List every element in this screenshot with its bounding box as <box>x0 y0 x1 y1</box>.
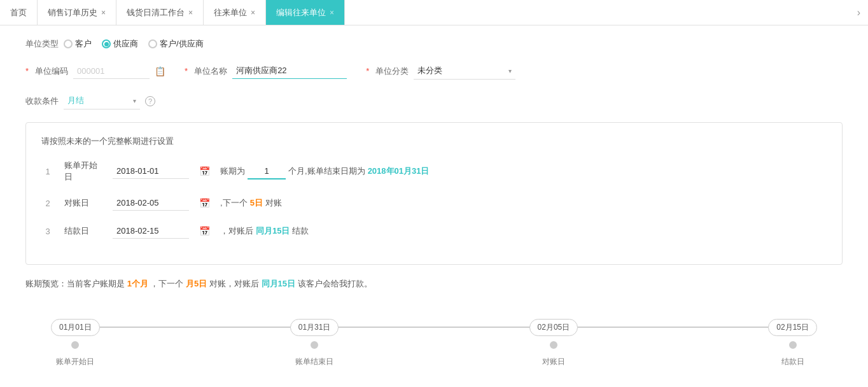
tab-partners[interactable]: 往来单位 × <box>204 0 266 25</box>
tab-partners-close[interactable]: × <box>251 8 255 17</box>
tab-cashflow-label: 钱货日清工作台 <box>127 7 185 18</box>
payment-group: 收款条件 月结 ▾ ? <box>25 92 155 109</box>
tab-edit-partner-close[interactable]: × <box>330 8 334 17</box>
tab-home[interactable]: 首页 <box>0 0 38 25</box>
radio-both-label: 客户/供应商 <box>160 38 204 50</box>
row-label-2: 对账日 <box>64 197 102 209</box>
node-pill-1: 01月31日 <box>290 319 339 336</box>
payment-prefix: ，对账后 <box>220 225 253 237</box>
code-group: * 单位编码 📋 <box>25 64 165 79</box>
cat-value: 未分类 <box>417 65 505 76</box>
preview-prefix: 账期预览：当前客户账期是 <box>25 279 125 288</box>
row-desc-1: 账期为 个月,账单结束日期为 2018年01月31日 <box>220 164 429 179</box>
payment-cal-icon[interactable]: 📅 <box>199 226 210 236</box>
tab-sales-history-label: 销售订单历史 <box>48 7 97 18</box>
tab-sales-history[interactable]: 销售订单历史 × <box>38 0 116 25</box>
name-label: 单位名称 <box>194 66 227 77</box>
node-dot-3 <box>789 341 797 349</box>
period-num-input[interactable] <box>248 164 286 179</box>
radio-both-circle <box>148 39 157 48</box>
cat-chevron-icon: ▾ <box>508 67 512 74</box>
period-section: 请按照未来的一个完整帐期进行设置 1 账单开始日 📅 账期为 个月,账单结束日期… <box>25 122 843 265</box>
node-pill-3: 02月15日 <box>768 319 817 336</box>
row-label-3: 结款日 <box>64 225 102 237</box>
row-num-1: 1 <box>41 167 54 176</box>
section-title: 请按照未来的一个完整帐期进行设置 <box>41 136 827 147</box>
radio-supplier-label: 供应商 <box>113 38 138 50</box>
radio-customer[interactable]: 客户 <box>64 38 92 50</box>
payment-label: 收款条件 <box>25 95 59 107</box>
name-star: * <box>185 66 188 76</box>
period-end-date: 2018年01月31日 <box>368 165 430 177</box>
timeline-node-1: 01月31日 账单结束日 <box>290 319 339 367</box>
payment-date-input[interactable] <box>113 223 189 239</box>
timeline-node-2: 02月05日 对账日 <box>529 319 578 367</box>
radio-customer-label: 客户 <box>75 38 92 50</box>
period-suffix: 个月,账单结束日期为 <box>288 165 365 177</box>
code-name-row: * 单位编码 📋 * 单位名称 * 单位分类 未分类 ▾ <box>25 62 843 80</box>
tab-cashflow-close[interactable]: × <box>188 8 193 17</box>
node-pill-0: 01月01日 <box>51 319 100 336</box>
recon-prefix: ,下一个 <box>220 197 248 209</box>
node-label-0: 账单开始日 <box>56 356 94 367</box>
row-desc-2: ,下一个 5日 对账 <box>220 197 282 209</box>
timeline-node-3: 02月15日 结款日 <box>768 319 817 367</box>
payment-row: 收款条件 月结 ▾ ? <box>25 92 843 109</box>
tab-bar: 首页 销售订单历史 × 钱货日清工作台 × 往来单位 × 编辑往来单位 × › <box>0 0 868 25</box>
cat-star: * <box>366 66 369 76</box>
node-dot-1 <box>311 341 318 349</box>
preview-suffix: 该客户会给我打款。 <box>298 279 372 288</box>
radio-group: 客户 供应商 客户/供应商 <box>64 38 204 50</box>
payment-select[interactable]: 月结 ▾ <box>64 92 140 109</box>
period-row-1: 1 账单开始日 📅 账期为 个月,账单结束日期为 2018年01月31日 <box>41 160 827 183</box>
tab-home-label: 首页 <box>10 7 27 18</box>
radio-both[interactable]: 客户/供应商 <box>148 38 204 50</box>
cat-select[interactable]: 未分类 ▾ <box>414 62 515 80</box>
preview-mid2: 对账，对账后 <box>209 279 259 288</box>
period-row-2: 2 对账日 📅 ,下一个 5日 对账 <box>41 195 827 211</box>
code-star: * <box>25 66 29 76</box>
name-input[interactable] <box>232 64 347 79</box>
payment-value: 月结 <box>67 95 129 106</box>
tab-overflow-arrow[interactable]: › <box>850 7 868 18</box>
row-num-3: 3 <box>41 227 54 236</box>
code-label: 单位编码 <box>35 66 68 77</box>
recon-suffix: 对账 <box>265 197 282 209</box>
unit-type-row: 单位类型 客户 供应商 客户/供应商 <box>25 38 843 50</box>
tab-edit-partner[interactable]: 编辑往来单位 × <box>266 0 345 25</box>
start-date-input[interactable] <box>113 164 189 179</box>
start-cal-icon[interactable]: 📅 <box>199 166 210 176</box>
preview-text: 账期预览：当前客户账期是 1个月 ，下一个 月5日 对账，对账后 同月15日 该… <box>25 278 843 291</box>
unit-type-group: 单位类型 客户 供应商 客户/供应商 <box>25 38 204 50</box>
code-input[interactable] <box>73 64 150 79</box>
timeline: 01月01日 账单开始日 01月31日 账单结束日 02月05日 对账日 02月… <box>25 306 843 386</box>
period-prefix: 账期为 <box>220 165 245 177</box>
tab-cashflow[interactable]: 钱货日清工作台 × <box>116 0 204 25</box>
main-content: 单位类型 客户 供应商 客户/供应商 * 单位编码 <box>0 25 868 387</box>
payment-highlight: 同月15日 <box>256 225 290 237</box>
preview-orange2: 月5日 <box>186 279 207 288</box>
payment-suffix: 结款 <box>292 225 309 237</box>
radio-customer-circle <box>64 39 73 48</box>
tab-partners-label: 往来单位 <box>214 7 247 18</box>
name-group: * 单位名称 <box>185 64 347 79</box>
radio-supplier[interactable]: 供应商 <box>102 38 138 50</box>
timeline-nodes: 01月01日 账单开始日 01月31日 账单结束日 02月05日 对账日 02月… <box>51 319 817 367</box>
node-pill-2: 02月05日 <box>529 319 578 336</box>
preview-orange1: 1个月 <box>127 279 148 288</box>
payment-chevron-icon: ▾ <box>133 97 136 104</box>
node-dot-2 <box>550 341 557 349</box>
preview-teal1: 同月15日 <box>262 279 295 288</box>
node-label-1: 账单结束日 <box>295 356 333 367</box>
recon-highlight: 5日 <box>250 197 263 209</box>
period-row-3: 3 结款日 📅 ，对账后 同月15日 结款 <box>41 223 827 239</box>
node-label-3: 结款日 <box>781 356 804 367</box>
copy-icon[interactable]: 📋 <box>155 66 165 76</box>
radio-supplier-circle <box>102 39 111 48</box>
timeline-node-0: 01月01日 账单开始日 <box>51 319 100 367</box>
tab-sales-history-close[interactable]: × <box>101 8 106 17</box>
help-icon[interactable]: ? <box>145 96 155 106</box>
row-num-2: 2 <box>41 199 54 208</box>
recon-date-input[interactable] <box>113 195 189 211</box>
recon-cal-icon[interactable]: 📅 <box>199 198 210 208</box>
